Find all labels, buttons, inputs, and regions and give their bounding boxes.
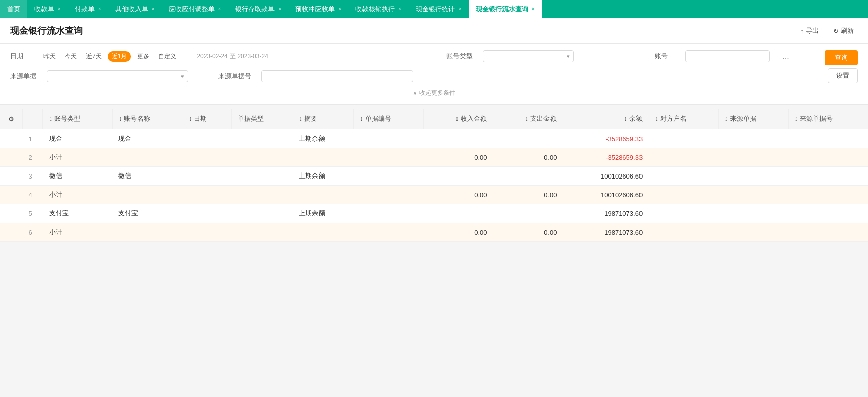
account-input[interactable] bbox=[685, 50, 770, 62]
settings-button[interactable]: 设置 bbox=[828, 68, 858, 83]
query-button[interactable]: 查询 bbox=[825, 50, 858, 65]
row-expense: 0.00 bbox=[493, 223, 563, 242]
th-index bbox=[23, 109, 43, 129]
page-header: 现金银行流水查询 ↑ 导出 ↻ 刷新 bbox=[0, 18, 868, 44]
close-icon[interactable]: × bbox=[58, 0, 61, 18]
row-source-doc-no bbox=[788, 204, 868, 223]
row-settings bbox=[0, 148, 23, 167]
source-doc-no-label: 来源单据号 bbox=[218, 72, 251, 81]
row-source-doc-no bbox=[788, 167, 868, 186]
row-source-doc bbox=[718, 204, 788, 223]
refresh-button[interactable]: ↻ 刷新 bbox=[829, 24, 858, 37]
row-counterpart bbox=[649, 223, 718, 242]
filter-area: 日期 昨天 今天 近7天 近1月 更多 自定义 2023-02-24 至 202… bbox=[0, 44, 868, 105]
row-expense: 0.00 bbox=[493, 186, 563, 204]
row-income: 0.00 bbox=[424, 223, 493, 242]
table-body: 1 现金 现金 上期余额 -3528659.33 2 小计 0.00 0.00 … bbox=[0, 129, 868, 242]
row-source-doc-no bbox=[788, 129, 868, 148]
export-button[interactable]: ↑ 导出 bbox=[797, 24, 824, 37]
close-icon[interactable]: × bbox=[278, 0, 281, 18]
row-source-doc-no bbox=[788, 223, 868, 242]
close-icon[interactable]: × bbox=[218, 0, 221, 18]
row-index: 4 bbox=[23, 186, 43, 204]
row-summary bbox=[293, 186, 353, 204]
row-counterpart bbox=[649, 129, 718, 148]
th-account-name: ↕ 账号名称 bbox=[112, 109, 182, 129]
source-doc-select[interactable] bbox=[47, 70, 188, 82]
close-icon[interactable]: × bbox=[532, 0, 535, 18]
nav-item-adjustment[interactable]: 应收应付调整单 × bbox=[162, 0, 229, 18]
row-doc-type bbox=[231, 204, 293, 223]
nav-item-prepay[interactable]: 预收冲应收单 × bbox=[288, 0, 348, 18]
collapse-bar[interactable]: ∧ 收起更多条件 bbox=[10, 86, 858, 99]
row-date bbox=[182, 223, 231, 242]
th-counterpart: ↕ 对方户名 bbox=[649, 109, 718, 129]
row-counterpart bbox=[649, 148, 718, 167]
header-actions: ↑ 导出 ↻ 刷新 bbox=[797, 24, 858, 37]
row-index: 3 bbox=[23, 167, 43, 186]
account-type-select[interactable] bbox=[483, 50, 574, 62]
page-title: 现金银行流水查询 bbox=[10, 25, 83, 37]
source-doc-no-input[interactable] bbox=[261, 70, 413, 82]
row-expense bbox=[493, 204, 563, 223]
table-container: ⚙ ↕ 账号类型 ↕ 账号名称 ↕ 日期 单据类型 ↕ 摘要 bbox=[0, 109, 868, 242]
row-doc-type bbox=[231, 223, 293, 242]
row-source-doc bbox=[718, 129, 788, 148]
row-settings bbox=[0, 186, 23, 204]
row-doc-no bbox=[354, 129, 424, 148]
th-source-doc-no: ↕ 来源单据号 bbox=[788, 109, 868, 129]
row-balance: -3528659.33 bbox=[563, 129, 649, 148]
nav-item-payment[interactable]: 付款单 × bbox=[68, 0, 108, 18]
row-account-type: 小计 bbox=[43, 223, 113, 242]
row-doc-no bbox=[354, 148, 424, 167]
row-account-type: 小计 bbox=[43, 148, 113, 167]
nav-item-home[interactable]: 首页 bbox=[0, 0, 27, 18]
row-counterpart bbox=[649, 167, 718, 186]
row-account-type: 现金 bbox=[43, 129, 113, 148]
row-balance: 100102606.60 bbox=[563, 167, 649, 186]
date-btn-today[interactable]: 今天 bbox=[62, 51, 80, 62]
th-expense: ↕ 支出金额 bbox=[493, 109, 563, 129]
row-source-doc bbox=[718, 186, 788, 204]
gear-icon[interactable]: ⚙ bbox=[6, 114, 16, 124]
nav-item-bank-flow[interactable]: 现金银行流水查询 × bbox=[469, 0, 542, 18]
row-doc-no bbox=[354, 223, 424, 242]
row-expense: 0.00 bbox=[493, 148, 563, 167]
row-income: 0.00 bbox=[424, 186, 493, 204]
row-doc-type bbox=[231, 167, 293, 186]
row-doc-no bbox=[354, 204, 424, 223]
nav-item-other-income[interactable]: 其他收入单 × bbox=[108, 0, 162, 18]
date-btn-1month[interactable]: 近1月 bbox=[108, 51, 131, 62]
row-income bbox=[424, 204, 493, 223]
close-icon[interactable]: × bbox=[459, 0, 462, 18]
table-row: 1 现金 现金 上期余额 -3528659.33 bbox=[0, 129, 868, 148]
row-summary: 上期余额 bbox=[293, 204, 353, 223]
date-shortcuts: 昨天 今天 近7天 近1月 更多 自定义 bbox=[40, 51, 179, 62]
nav-item-collection[interactable]: 收款核销执行 × bbox=[348, 0, 408, 18]
close-icon[interactable]: × bbox=[98, 0, 101, 18]
close-icon[interactable]: × bbox=[152, 0, 155, 18]
row-date bbox=[182, 167, 231, 186]
date-btn-7days[interactable]: 近7天 bbox=[83, 51, 105, 62]
row-account-name: 支付宝 bbox=[112, 204, 182, 223]
data-table: ⚙ ↕ 账号类型 ↕ 账号名称 ↕ 日期 单据类型 ↕ 摘要 bbox=[0, 109, 868, 242]
close-icon[interactable]: × bbox=[338, 0, 341, 18]
nav-item-bank-stats[interactable]: 现金银行统计 × bbox=[408, 0, 469, 18]
th-settings: ⚙ bbox=[0, 109, 23, 129]
row-account-type: 支付宝 bbox=[43, 204, 113, 223]
close-icon[interactable]: × bbox=[398, 0, 401, 18]
row-date bbox=[182, 148, 231, 167]
nav-item-receipt[interactable]: 收款单 × bbox=[27, 0, 68, 18]
th-balance: ↕ 余额 bbox=[563, 109, 649, 129]
account-dots[interactable]: ... bbox=[780, 52, 791, 61]
date-btn-yesterday[interactable]: 昨天 bbox=[40, 51, 59, 62]
date-btn-more[interactable]: 更多 bbox=[134, 51, 152, 62]
row-date bbox=[182, 204, 231, 223]
date-btn-custom[interactable]: 自定义 bbox=[155, 51, 179, 62]
th-income: ↕ 收入金额 bbox=[424, 109, 493, 129]
row-source-doc bbox=[718, 148, 788, 167]
row-summary bbox=[293, 148, 353, 167]
filter-row-source: 来源单据 来源单据号 bbox=[10, 70, 825, 82]
row-account-name: 微信 bbox=[112, 167, 182, 186]
nav-item-bank-deposit[interactable]: 银行存取款单 × bbox=[228, 0, 288, 18]
